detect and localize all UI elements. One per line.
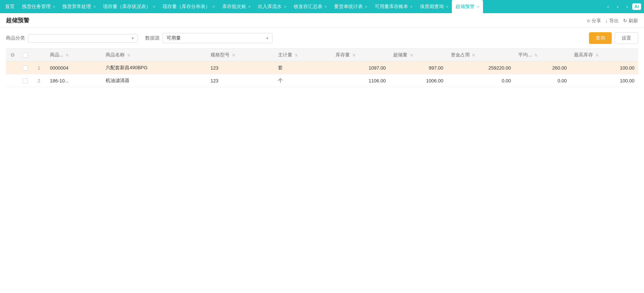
- col-product-code[interactable]: 商品... ⇅: [46, 49, 102, 62]
- col-overstock-qty[interactable]: 超储量 ⇅: [389, 49, 447, 62]
- nav-item-close-quality-check[interactable]: ×: [446, 4, 448, 9]
- col-capital-used[interactable]: 资金占用 ⇅: [447, 49, 515, 62]
- col-index: [32, 49, 46, 62]
- row-checkbox-cell: [19, 74, 32, 87]
- col-max-stock-label: 最高库存: [574, 52, 593, 58]
- nav-item-label-quality-check: 保质期查询: [420, 3, 444, 10]
- row-index-cell: 1: [32, 62, 46, 74]
- data-source-value: 可用量: [167, 35, 181, 41]
- row-product-code-cell: 186-10...: [46, 74, 102, 87]
- table-gear-icon[interactable]: ⚙: [10, 52, 15, 58]
- nav-item-label-stock-status: 现存量（库存状况表）: [103, 3, 151, 10]
- nav-item-order-stats[interactable]: 要货单统计表×: [330, 0, 371, 13]
- nav-item-stock-batch[interactable]: 库存批次账×: [219, 0, 254, 13]
- nav-item-receive-send[interactable]: 收发存汇总表×: [290, 0, 330, 13]
- row-product-name-cell: 六配套新昌490BPG: [102, 62, 207, 74]
- nav-item-home[interactable]: 首页: [1, 0, 18, 13]
- nav-item-overstock-alert[interactable]: 超储预警×: [452, 0, 483, 13]
- nav-item-task-mgmt[interactable]: 拣货任务管理×: [18, 0, 59, 13]
- nav-item-label-receive-send: 收发存汇总表: [294, 3, 322, 10]
- col-spec-label: 规格型号: [211, 52, 230, 58]
- row-stock-qty-cell: 1106.00: [332, 74, 389, 87]
- share-label: 分享: [592, 18, 601, 24]
- product-category-filter: 商品分类 ▾: [6, 34, 138, 42]
- nav-item-label-stock-dist: 现存量（库存分布表）: [162, 3, 210, 10]
- nav-item-close-overstock-alert[interactable]: ×: [477, 4, 479, 9]
- nav-item-close-in-out-flow[interactable]: ×: [284, 4, 286, 9]
- select-all-checkbox[interactable]: [23, 53, 28, 58]
- col-avg-label: 平均...: [518, 52, 532, 58]
- nav-item-close-stock-batch[interactable]: ×: [248, 4, 250, 9]
- col-overstock-qty-label: 超储量: [393, 52, 407, 58]
- nav-item-in-out-flow[interactable]: 出入库流水×: [254, 0, 290, 13]
- nav-item-close-order-stats[interactable]: ×: [365, 4, 367, 9]
- nav-item-stock-dist[interactable]: 现存量（库存分布表）×: [159, 0, 218, 13]
- data-source-label: 数据源: [145, 35, 160, 41]
- nav-item-label-home: 首页: [5, 3, 15, 10]
- table-container: ⚙ 商品... ⇅ 商品名称 ⇅ 规格型号 ⇅: [0, 48, 644, 87]
- filter-actions: 查询 设置: [589, 32, 638, 44]
- nav-item-available-stock[interactable]: 可用量库存账本×: [371, 0, 416, 13]
- share-icon: ⎋: [587, 18, 590, 23]
- nav-more-arrow[interactable]: ›: [623, 4, 632, 10]
- refresh-button[interactable]: ↻ 刷新: [623, 18, 638, 24]
- nav-item-close-exception-handling[interactable]: ×: [93, 4, 95, 9]
- row-index-cell: 2: [32, 74, 46, 87]
- overstock-table: ⚙ 商品... ⇅ 商品名称 ⇅ 规格型号 ⇅: [6, 48, 638, 87]
- settings-button[interactable]: 设置: [615, 32, 638, 44]
- nav-item-close-available-stock[interactable]: ×: [410, 4, 413, 9]
- export-label: 导出: [609, 18, 619, 24]
- col-product-name-label: 商品名称: [106, 52, 125, 58]
- nav-item-exception-handling[interactable]: 拣货异常处理×: [59, 0, 99, 13]
- nav-next-arrow[interactable]: ›: [613, 4, 622, 10]
- row-stock-qty-cell: 1097.00: [332, 62, 389, 74]
- row-gear-cell: [6, 74, 19, 87]
- col-stock-qty-sort-icon: ⇅: [352, 53, 355, 57]
- product-category-arrow-icon: ▾: [132, 36, 134, 41]
- nav-item-label-exception-handling: 拣货异常处理: [62, 3, 91, 10]
- data-source-arrow-icon: ▾: [266, 36, 268, 41]
- product-category-select[interactable]: ▾: [28, 34, 138, 42]
- col-capital-used-label: 资金占用: [451, 52, 470, 58]
- col-product-code-sort-icon: ⇅: [66, 53, 69, 57]
- col-product-name[interactable]: 商品名称 ⇅: [102, 49, 207, 62]
- row-max-stock-cell: 100.00: [570, 74, 638, 87]
- nav-item-label-in-out-flow: 出入库流水: [258, 3, 282, 10]
- nav-item-close-stock-dist[interactable]: ×: [212, 4, 215, 9]
- table-header-row: ⚙ 商品... ⇅ 商品名称 ⇅ 规格型号 ⇅: [6, 49, 638, 62]
- table-row: 1 0000004 六配套新昌490BPG 123 套 1097.00 997.…: [6, 62, 638, 74]
- row-spec-cell: 123: [207, 74, 274, 87]
- row-unit-cell: 个: [274, 74, 332, 87]
- row-gear-cell: [6, 62, 19, 74]
- export-button[interactable]: ↓ 导出: [605, 18, 619, 24]
- refresh-label: 刷新: [629, 18, 638, 24]
- col-stock-qty[interactable]: 库存量 ⇅: [332, 49, 389, 62]
- col-overstock-qty-sort-icon: ⇅: [410, 53, 413, 57]
- data-source-select[interactable]: 可用量 ▾: [162, 33, 272, 43]
- nav-item-close-task-mgmt[interactable]: ×: [53, 4, 55, 9]
- nav-item-stock-status[interactable]: 现存量（库存状况表）×: [99, 0, 159, 13]
- col-gear: ⚙: [6, 49, 19, 62]
- col-product-code-label: 商品...: [50, 52, 63, 58]
- query-button[interactable]: 查询: [589, 32, 612, 44]
- row-checkbox-1[interactable]: [23, 78, 28, 84]
- col-unit[interactable]: 主计量 ⇅: [274, 49, 332, 62]
- table-row: 2 186-10... 机油滤清器 123 个 1106.00 1006.00 …: [6, 74, 638, 87]
- nav-item-close-receive-send[interactable]: ×: [325, 4, 327, 9]
- col-spec[interactable]: 规格型号 ⇅: [207, 49, 274, 62]
- share-button[interactable]: ⎋ 分享: [587, 18, 601, 24]
- row-checkbox-0[interactable]: [23, 66, 28, 71]
- nav-item-quality-check[interactable]: 保质期查询×: [416, 0, 452, 13]
- col-avg-sort-icon: ⇅: [534, 53, 537, 57]
- nav-item-label-order-stats: 要货单统计表: [334, 3, 363, 10]
- nav-prev-arrow[interactable]: ‹: [604, 4, 612, 10]
- row-overstock-qty-cell: 997.00: [389, 62, 447, 74]
- row-overstock-qty-cell: 1006.00: [389, 74, 447, 87]
- col-avg[interactable]: 平均... ⇅: [515, 49, 570, 62]
- row-capital-used-cell: 259220.00: [447, 62, 515, 74]
- row-product-code-cell: 0000004: [46, 62, 102, 74]
- ai-badge[interactable]: Ai: [632, 3, 641, 10]
- col-max-stock[interactable]: 最高库存 ⇅: [570, 49, 638, 62]
- col-stock-qty-label: 库存量: [336, 52, 350, 58]
- nav-item-close-stock-status[interactable]: ×: [153, 4, 155, 9]
